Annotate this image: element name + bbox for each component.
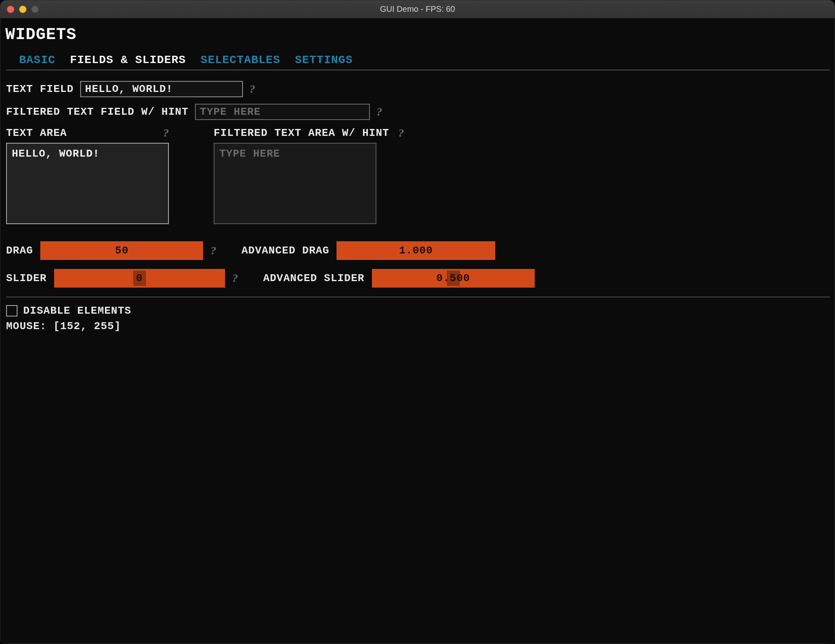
help-icon[interactable]: ? bbox=[249, 83, 255, 96]
advanced-drag-value: 1.000 bbox=[399, 245, 433, 257]
tab-selectables[interactable]: SELECTABLES bbox=[201, 54, 280, 66]
disable-elements-label: DISABLE ELEMENTS bbox=[23, 305, 131, 317]
advanced-drag-control[interactable]: 1.000 bbox=[337, 241, 495, 260]
filtered-text-area-input[interactable] bbox=[214, 143, 376, 224]
advanced-slider-label: ADVANCED SLIDER bbox=[263, 272, 365, 284]
text-areas-row: TEXT AREA ? FILTERED TEXT AREA W/ HINT ? bbox=[6, 127, 830, 224]
row-disable-elements: DISABLE ELEMENTS bbox=[6, 305, 830, 317]
drag-control[interactable]: 50 bbox=[40, 241, 203, 260]
mouse-position: MOUSE: [152, 255] bbox=[6, 320, 830, 332]
row-drag: DRAG 50 ? ADVANCED DRAG 1.000 bbox=[6, 241, 830, 260]
filtered-text-field-input[interactable] bbox=[195, 104, 370, 120]
help-icon[interactable]: ? bbox=[376, 105, 382, 118]
tab-bar: BASIC FIELDS & SLIDERS SELECTABLES SETTI… bbox=[6, 54, 830, 70]
drag-label: DRAG bbox=[6, 245, 33, 257]
text-area-col: TEXT AREA ? bbox=[6, 127, 169, 224]
filtered-text-field-label: FILTERED TEXT FIELD W/ HINT bbox=[6, 106, 188, 118]
filtered-text-area-label: FILTERED TEXT AREA W/ HINT bbox=[214, 127, 389, 139]
advanced-drag-label: ADVANCED DRAG bbox=[241, 245, 329, 257]
advanced-slider-control[interactable]: 0.500 bbox=[372, 269, 535, 288]
separator bbox=[6, 297, 830, 297]
text-area-input[interactable] bbox=[6, 143, 169, 224]
window-titlebar[interactable]: GUI Demo - FPS: 60 bbox=[0, 0, 835, 18]
tab-basic[interactable]: BASIC bbox=[19, 54, 55, 66]
help-icon[interactable]: ? bbox=[163, 127, 169, 140]
row-slider: SLIDER 0 ? ADVANCED SLIDER 0.500 bbox=[6, 269, 830, 288]
slider-control[interactable]: 0 bbox=[54, 269, 225, 288]
text-field-label: TEXT FIELD bbox=[6, 83, 74, 95]
text-area-label: TEXT AREA bbox=[6, 127, 67, 139]
app-window: GUI Demo - FPS: 60 WIDGETS BASIC FIELDS … bbox=[0, 0, 835, 644]
tab-fields[interactable]: FIELDS & SLIDERS bbox=[70, 54, 186, 66]
slider-label: SLIDER bbox=[6, 272, 47, 284]
advanced-slider-value: 0.500 bbox=[436, 272, 470, 284]
row-text-field: TEXT FIELD ? bbox=[6, 81, 830, 97]
drag-value: 50 bbox=[115, 245, 129, 257]
content-area: WIDGETS BASIC FIELDS & SLIDERS SELECTABL… bbox=[0, 18, 835, 644]
tab-settings[interactable]: SETTINGS bbox=[295, 54, 353, 66]
help-icon[interactable]: ? bbox=[232, 272, 238, 285]
text-field-input[interactable] bbox=[80, 81, 243, 97]
page-title: WIDGETS bbox=[5, 26, 830, 44]
disable-elements-checkbox[interactable] bbox=[6, 305, 17, 317]
slider-value: 0 bbox=[136, 272, 143, 284]
help-icon[interactable]: ? bbox=[398, 127, 404, 140]
window-title: GUI Demo - FPS: 60 bbox=[0, 4, 835, 14]
help-icon[interactable]: ? bbox=[210, 244, 216, 257]
row-filtered-text-field: FILTERED TEXT FIELD W/ HINT ? bbox=[6, 104, 830, 120]
filtered-text-area-col: FILTERED TEXT AREA W/ HINT ? bbox=[214, 127, 404, 224]
